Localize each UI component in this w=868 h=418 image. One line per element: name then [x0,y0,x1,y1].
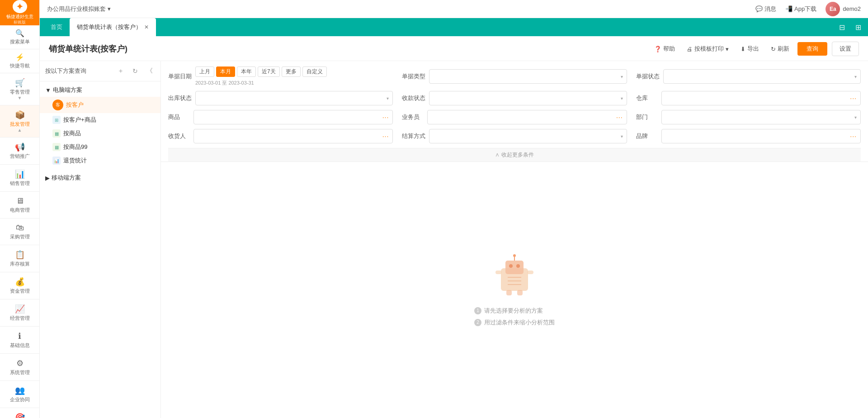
page-header-bar: 销货单统计表(按客户) ❓ 帮助 🖨 按模板打印 ▾ ⬇ 导出 [40,36,868,61]
warehouse-dots: ··· [850,95,857,102]
scheme-by-customer-goods[interactable]: ⊞ 按客户+商品 [40,113,160,127]
message-action[interactable]: 💬 消息 [755,5,776,13]
svg-rect-1 [505,261,524,274]
app-name: 畅捷通好生意 [6,14,33,19]
empty-state: 1 请先选择要分析的方案 2 用过滤条件来缩小分析范围 [161,162,868,418]
tab-home[interactable]: 首页 [43,18,70,36]
date-btn-custom[interactable]: 自定义 [302,66,327,77]
query-button[interactable]: 查询 [797,42,827,56]
settings-button[interactable]: 设置 [832,42,859,56]
goods-select[interactable]: ··· [193,110,393,124]
sidebar-item-system[interactable]: ⚙ 系统管理 [0,354,39,381]
sales-icon: 📊 [15,169,25,179]
header-right: 💬 消息 📲 App下载 Ea demo2 [755,2,861,16]
sales-label: 销售管理 [10,180,30,187]
scheme-by-goods[interactable]: ▦ 按商品 [40,127,160,140]
tab-sales-stat[interactable]: 销货单统计表（按客户） ✕ [70,18,156,36]
warehouse-select[interactable]: ··· [661,91,861,105]
scheme-return-stat[interactable]: 📊 退货统计 [40,154,160,167]
search-menu[interactable]: 🔍 搜索菜单 [0,25,39,49]
quick-nav[interactable]: ⚡ 快捷导航 [0,49,39,73]
goods99-icon: ▦ [52,143,61,151]
receiver-select[interactable]: ··· [193,129,393,143]
date-btn-7days[interactable]: 近7天 [258,66,280,77]
date-btn-more[interactable]: 更多 [282,66,301,77]
outbound-select[interactable]: ▾ [195,91,393,105]
filter-goods: 商品 ··· [168,110,393,124]
department-select[interactable]: ▾ [661,110,861,124]
marketing-label: 营销推广 [10,153,30,160]
main-area: 办公用品行业模拟账套 ▾ 💬 消息 📲 App下载 Ea demo2 首页 [40,0,868,418]
pc-scheme-parent[interactable]: ▼ 电脑端方案 [40,83,160,97]
doc-type-select[interactable]: ▾ [429,69,627,84]
right-panel: 单据日期 上月 本月 本年 近7天 更多 自定义 [161,61,868,418]
left-panel-header: 按以下方案查询 ＋ ↻ 《 [40,61,160,81]
breadcrumb-text: 办公用品行业模拟账套 [47,5,106,13]
refresh-scheme-button[interactable]: ↻ [130,66,141,76]
sidebar-item-sales[interactable]: 📊 销售管理 [0,165,39,192]
payment-arrow: ▾ [621,96,623,101]
sidebar-item-ecommerce[interactable]: 🖥 电商管理 [0,192,39,218]
export-label: 导出 [747,45,759,53]
date-btn-this-year[interactable]: 本年 [237,66,256,77]
doc-status-select[interactable]: ▾ [663,69,861,84]
tab-close-icon[interactable]: ✕ [144,24,149,30]
mobile-scheme-parent[interactable]: ▶ 移动端方案 [40,171,160,185]
settlement-select[interactable]: ▾ [429,129,627,143]
collapse-label: ∧ 收起更多条件 [495,151,533,159]
app-logo[interactable]: ✦ 畅捷通好生意 标账版 [0,0,40,25]
sidebar-item-guide[interactable]: 🎯 新手引导 [0,408,39,418]
sidebar-item-finance[interactable]: 💰 资金管理 [0,272,39,299]
add-scheme-button[interactable]: ＋ [115,66,126,76]
sidebar-item-retail[interactable]: 🛒 零售管理 ▼ [0,73,39,105]
sidebar-item-operations[interactable]: 📈 经营管理 [0,299,39,327]
sidebar-item-wholesale[interactable]: 📦 批发管理 ▲ [0,105,39,138]
help-button[interactable]: ❓ 帮助 [651,42,679,56]
breadcrumb-dropdown[interactable]: 办公用品行业模拟账套 ▾ [47,5,111,13]
doc-type-arrow: ▾ [621,74,623,79]
retail-label: 零售管理 [10,89,30,95]
template-print-button[interactable]: 🖨 按模板打印 ▾ [683,42,732,56]
purchase-icon: 🛍 [16,223,24,233]
sidebar-item-marketing[interactable]: 📢 营销推广 [0,138,39,165]
empty-tip-2: 2 用过滤条件来缩小分析范围 [474,318,555,327]
refresh-button[interactable]: ↻ 刷新 [767,42,793,56]
tab-minimize-action[interactable]: ⊟ [835,21,848,33]
tip-text-2: 用过滤条件来缩小分析范围 [484,318,555,327]
tab-fullscreen-action[interactable]: ⊞ [852,21,864,33]
filter-brand: 品牌 ··· [636,129,861,143]
payment-control: ▾ [429,91,627,105]
scheme-by-goods99[interactable]: ▦ 按商品99 [40,140,160,154]
date-btn-this-month[interactable]: 本月 [216,66,235,77]
salesman-select[interactable]: ··· [427,110,627,124]
date-btn-last-month[interactable]: 上月 [195,66,214,77]
sidebar-item-inventory[interactable]: 📋 库存核算 [0,245,39,272]
user-profile[interactable]: Ea demo2 [826,2,861,16]
collapse-more-button[interactable]: ∧ 收起更多条件 [168,148,861,162]
collapse-panel-button[interactable]: 《 [144,66,155,76]
receiver-control: ··· [193,129,393,143]
app-download-action[interactable]: 📲 App下载 [785,5,816,13]
outbound-arrow: ▾ [387,96,389,101]
by-goods-label: 按商品 [63,129,81,138]
brand-control: ··· [661,129,861,143]
scheme-by-customer[interactable]: 客 按客户 [40,97,160,113]
payment-select[interactable]: ▾ [429,91,627,105]
return-stat-label: 退货统计 [63,157,87,165]
doc-status-label: 单据状态 [636,72,660,81]
sidebar-item-purchase[interactable]: 🛍 采购管理 [0,218,39,245]
operations-icon: 📈 [15,304,25,314]
sidebar: ✦ 畅捷通好生意 标账版 🔍 搜索菜单 ⚡ 快捷导航 🛒 零售管理 ▼ 📦 批发… [0,0,40,418]
filter-outbound: 出库状态 ▾ [168,91,393,105]
tab-home-label: 首页 [51,23,62,31]
mobile-scheme-label: 移动端方案 [52,174,81,182]
brand-select[interactable]: ··· [661,129,861,143]
sidebar-item-basic[interactable]: ℹ 基础信息 [0,327,39,354]
filter-payment: 收款状态 ▾ [402,91,627,105]
empty-tips: 1 请先选择要分析的方案 2 用过滤条件来缩小分析范围 [474,307,555,330]
salesman-control: ··· [427,110,627,124]
wholesale-icon: 📦 [15,110,25,120]
export-button[interactable]: ⬇ 导出 [737,42,763,56]
customer-scheme-icon: 客 [52,100,63,110]
sidebar-item-collab[interactable]: 👥 企业协同 [0,381,39,408]
